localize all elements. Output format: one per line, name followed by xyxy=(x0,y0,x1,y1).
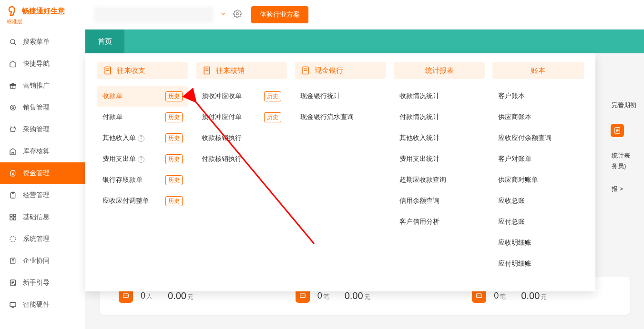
flyout-item-label: 应付总账 xyxy=(498,218,525,226)
sidebar-item-11[interactable]: 新手引导 xyxy=(0,272,85,294)
home-icon xyxy=(9,60,17,68)
history-badge[interactable]: 历史 xyxy=(165,196,183,206)
flyout-item-3-0[interactable]: 收款情况统计 xyxy=(394,86,485,107)
help-icon[interactable]: ? xyxy=(138,156,144,163)
flyout-item-0-4[interactable]: 银行存取款单历史 xyxy=(97,169,188,190)
flyout-item-0-3[interactable]: 费用支出单?历史 xyxy=(97,149,188,169)
flyout-col-title: 往来收支 xyxy=(117,66,145,75)
flyout-item-4-3[interactable]: 客户对账单 xyxy=(492,149,584,169)
sidebar-item-2[interactable]: 营销推广 xyxy=(0,75,85,97)
flyout-item-4-0[interactable]: 客户账本 xyxy=(492,86,584,107)
history-badge[interactable]: 历史 xyxy=(165,154,183,164)
sidebar-item-6[interactable]: 资金管理 xyxy=(0,162,85,184)
sidebar-item-12[interactable]: 智能硬件 xyxy=(0,294,85,316)
flyout-item-0-5[interactable]: 应收应付调整单历史 xyxy=(97,190,188,211)
flyout-col-1: 往来核销预收冲应收单历史预付冲应付单历史收款核销执行付款核销执行 xyxy=(192,62,291,274)
history-badge[interactable]: 历史 xyxy=(165,112,183,122)
doc-icon xyxy=(102,65,113,76)
sidebar-item-3[interactable]: 销售管理 xyxy=(0,97,85,119)
flyout-item-4-4[interactable]: 供应商对账单 xyxy=(492,169,584,190)
flyout-item-1-0[interactable]: 预收冲应收单历史 xyxy=(196,86,287,107)
stat-amount: 0.00 xyxy=(168,290,186,301)
flyout-item-4-1[interactable]: 供应商账本 xyxy=(492,107,584,128)
right-icon-row[interactable] xyxy=(611,124,644,137)
flyout-col-title: 现金银行 xyxy=(315,66,343,75)
flyout-item-3-5[interactable]: 信用余额查询 xyxy=(394,190,485,211)
flyout-item-label: 付款核销执行 xyxy=(202,155,242,163)
sidebar-item-0[interactable]: 搜索菜单 xyxy=(0,31,85,53)
history-badge[interactable]: 历史 xyxy=(165,175,183,185)
flyout-item-label: 预付冲应付单 xyxy=(202,113,242,121)
flyout-item-2-1[interactable]: 现金银行流水查询 xyxy=(295,107,386,128)
flyout-item-4-5[interactable]: 应收总账 xyxy=(492,190,584,211)
history-badge[interactable]: 历史 xyxy=(264,112,281,122)
svg-rect-9 xyxy=(10,218,12,220)
report-icon xyxy=(611,124,624,137)
company-selector[interactable] xyxy=(94,7,213,23)
nav-list: 搜索菜单快捷导航营销推广销售管理采购管理库存核算资金管理经营管理基础信息系统管理… xyxy=(0,29,85,316)
right-text-2[interactable]: 务员) xyxy=(611,162,644,170)
history-badge[interactable]: 历史 xyxy=(165,91,183,101)
flyout-col-0: 往来收支收款单历史付款单历史其他收入单?历史费用支出单?历史银行存取款单历史应收… xyxy=(93,62,192,274)
flyout-item-3-6[interactable]: 客户信用分析 xyxy=(394,211,485,232)
sidebar-item-4[interactable]: 采购管理 xyxy=(0,119,85,140)
gift-icon xyxy=(9,81,17,90)
flyout-item-label: 付款单 xyxy=(102,113,123,121)
flyout-item-label: 收款核销执行 xyxy=(202,134,242,142)
flyout-item-4-6[interactable]: 应付总账 xyxy=(492,211,584,232)
right-shortcuts: 完善期初 统计表 务员) 报 > xyxy=(611,101,644,208)
flyout-item-0-2[interactable]: 其他收入单?历史 xyxy=(97,128,188,149)
flyout-item-4-2[interactable]: 应收应付余额查询 xyxy=(492,128,584,149)
flyout-item-1-2[interactable]: 收款核销执行 xyxy=(196,128,287,149)
solution-button[interactable]: 体验行业方案 xyxy=(251,6,308,23)
flyout-item-2-0[interactable]: 现金银行统计 xyxy=(295,86,386,107)
flyout-item-3-2[interactable]: 其他收入统计 xyxy=(394,128,485,149)
sidebar-item-10[interactable]: 企业协同 xyxy=(0,250,85,272)
flyout-item-label: 应收应付余额查询 xyxy=(498,134,552,142)
stat-currency: 元 xyxy=(187,293,194,300)
collab-icon xyxy=(9,257,17,265)
chevron-down-icon[interactable] xyxy=(220,10,226,19)
sidebar-item-9[interactable]: 系统管理 xyxy=(0,228,85,250)
flyout-item-3-4[interactable]: 超期应收款查询 xyxy=(394,169,485,190)
flyout-col-title: 往来核销 xyxy=(216,66,245,75)
flyout-item-1-3[interactable]: 付款核销执行 xyxy=(196,149,287,169)
sidebar-item-8[interactable]: 基础信息 xyxy=(0,206,85,228)
tv-icon xyxy=(9,300,17,309)
flyout-item-label: 供应商账本 xyxy=(498,113,532,121)
flyout-item-label: 银行存取款单 xyxy=(102,176,143,184)
money-icon xyxy=(9,169,17,178)
flyout-item-4-7[interactable]: 应收明细账 xyxy=(492,232,584,253)
svg-point-16 xyxy=(236,13,239,15)
flyout-item-label: 其他收入单? xyxy=(102,134,144,142)
sidebar-item-5[interactable]: 库存核算 xyxy=(0,140,85,162)
guide-icon xyxy=(9,279,17,287)
flyout-item-label: 付款情况统计 xyxy=(399,113,440,121)
right-text-3[interactable]: 报 > xyxy=(611,185,644,193)
gear-icon[interactable] xyxy=(233,10,242,20)
right-text-0[interactable]: 完善期初 xyxy=(611,101,644,110)
flyout-item-0-0[interactable]: 收款单历史 xyxy=(97,86,188,107)
stat-currency: 元 xyxy=(541,293,547,300)
flyout-col-2: 现金银行现金银行统计现金银行流水查询 xyxy=(291,62,390,274)
clipboard-icon xyxy=(9,191,17,199)
tabs-bar: 首页 xyxy=(85,30,644,53)
flyout-item-4-8[interactable]: 应付明细账 xyxy=(492,253,584,274)
flyout-item-3-1[interactable]: 付款情况统计 xyxy=(394,107,485,128)
svg-point-4 xyxy=(12,107,14,109)
sidebar-item-label: 智能硬件 xyxy=(23,300,50,309)
tab-home[interactable]: 首页 xyxy=(85,30,124,53)
sidebar-item-1[interactable]: 快捷导航 xyxy=(0,53,85,75)
help-icon[interactable]: ? xyxy=(138,135,144,142)
sidebar-item-7[interactable]: 经营管理 xyxy=(0,184,85,206)
flyout-col-3: 统计报表收款情况统计付款情况统计其他收入统计费用支出统计超期应收款查询信用余额查… xyxy=(390,62,489,274)
svg-rect-19 xyxy=(300,294,305,298)
flyout-item-1-1[interactable]: 预付冲应付单历史 xyxy=(196,107,287,128)
history-badge[interactable]: 历史 xyxy=(264,91,281,101)
history-badge[interactable]: 历史 xyxy=(165,133,183,143)
flyout-item-3-3[interactable]: 费用支出统计 xyxy=(394,149,485,169)
flyout-item-0-1[interactable]: 付款单历史 xyxy=(97,107,188,128)
sidebar-item-label: 采购管理 xyxy=(23,125,50,134)
right-text-1[interactable]: 统计表 xyxy=(611,151,644,160)
flyout-item-label: 预收冲应收单 xyxy=(202,92,242,100)
